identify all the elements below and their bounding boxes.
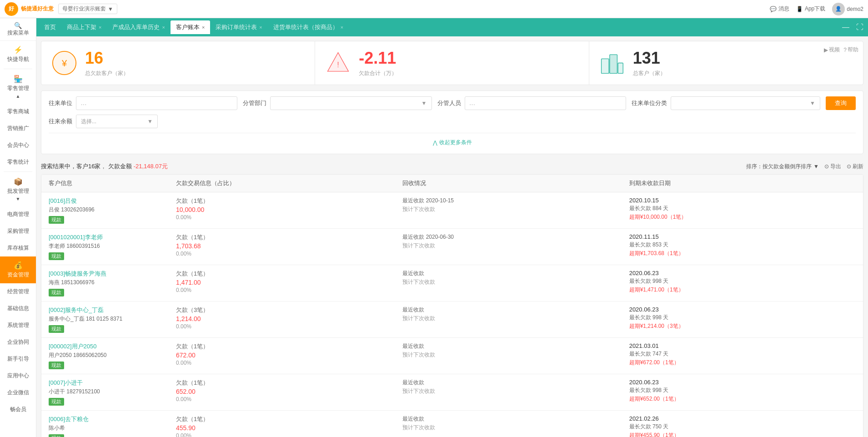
debt-ratio-3: 0.00% (176, 323, 402, 330)
tab-purchase-stats[interactable]: 采购订单统计表 × (210, 20, 267, 34)
message-icon: 💬 (770, 6, 777, 12)
overdue-info-2: 2020.06.23 最长欠款 998 天 超期¥1,471.00（1笔） (629, 270, 856, 294)
customer-name-4[interactable]: [000002]用户2050 (49, 342, 176, 351)
filter-item-dept: 分管部门 ▼ (243, 96, 431, 110)
debt-amount-2[interactable]: 1,471.00 (176, 279, 402, 286)
sidebar-item-ecommerce[interactable]: 电商管理 (0, 206, 36, 223)
dept-filter-select[interactable]: ▼ (270, 96, 431, 110)
debt-amount-3[interactable]: 1,214.00 (176, 315, 402, 322)
customer-contact-3: 服务中心_丁磊 181 0125 8371 (49, 315, 176, 323)
vendor-filter-input[interactable]: ... (76, 96, 237, 110)
person-filter-input[interactable]: ... (465, 96, 626, 110)
overdue-link-6[interactable]: 超期¥455.90（1笔） (629, 432, 856, 437)
logo-area: 好 畅捷通好生意 (5, 2, 54, 16)
page-content: ¥ 16 总欠款客户（家） ! (36, 36, 868, 437)
export-label: 导出 (830, 163, 841, 171)
message-action[interactable]: 💬 消息 (770, 5, 789, 13)
overdue-days-0: 最长欠款 884 天 (629, 205, 856, 212)
tab-home[interactable]: 首页 (39, 20, 61, 34)
app-download-label: App下载 (805, 5, 825, 13)
sidebar-item-retail-stats[interactable]: 零售统计 (0, 154, 36, 171)
customer-name-2[interactable]: [0003]畅捷服务尹海燕 (49, 270, 176, 278)
sidebar-item-membership[interactable]: 会员中心 (0, 137, 36, 154)
app-download-action[interactable]: 📱 App下载 (796, 5, 825, 13)
tab-customer-account-close[interactable]: × (202, 25, 205, 30)
content-area: 首页 商品上下架 × 产成品入库单历史 × 客户账本 × 采购订单统计表 × (36, 18, 868, 437)
overdue-days-4: 最长欠款 747 天 (629, 350, 856, 358)
sidebar-item-wholesale[interactable]: 📦 批发管理 ▼ (0, 173, 36, 206)
sidebar-item-wechat[interactable]: 企业微信 (0, 384, 36, 401)
app-logo: 好 (5, 2, 18, 16)
quick-nav-icon: ⚡ (14, 45, 23, 54)
refresh-icon: ⊙ (847, 163, 851, 170)
customer-name-6[interactable]: [0006]去下粮仓 (49, 415, 176, 423)
sidebar-item-app-center[interactable]: 应用中心 (0, 367, 36, 384)
debt-amount-0[interactable]: 10,000.00 (176, 206, 402, 213)
customer-info-4: [000002]用户2050 用户2050 18665062050 现款 (49, 342, 176, 369)
debt-amount-6[interactable]: 455.90 (176, 424, 402, 432)
recovery-info-0: 最近收款 2020-10-15 预计下次收款 (402, 197, 629, 213)
search-menu[interactable]: 🔍 搜索菜单 (0, 18, 36, 41)
overdue-link-0[interactable]: 超期¥10,000.00（1笔） (629, 213, 856, 221)
sidebar-item-collaboration[interactable]: 企业协同 (0, 334, 36, 351)
sidebar-item-base-info[interactable]: 基础信息 (0, 300, 36, 317)
tab-bar-actions: — ⛶ (840, 22, 866, 32)
sidebar-quick-nav[interactable]: ⚡ 快捷导航 (0, 41, 36, 68)
customer-name-0[interactable]: [0016]吕俊 (49, 197, 176, 205)
sort-selector[interactable]: 排序：按欠款金额倒序排序 ▼ (746, 163, 819, 171)
tab-stock-stats[interactable]: 进货单统计表（按商品） × (268, 20, 349, 34)
company-selector[interactable]: 母婴行业演示账套 ▼ (58, 4, 117, 14)
svg-text:¥: ¥ (61, 58, 67, 68)
customer-name-1[interactable]: [0001020001]李老师 (49, 233, 176, 241)
sidebar-item-purchase[interactable]: 采购管理 (0, 223, 36, 240)
sidebar-item-guide[interactable]: 新手引导 (0, 351, 36, 367)
sidebar-item-member[interactable]: 畅会员 (0, 401, 36, 418)
overdue-link-4[interactable]: 超期¥672.00（1笔） (629, 359, 856, 367)
video-action[interactable]: ▶ 视频 (824, 46, 840, 54)
collapse-button[interactable]: ⋀ 收起更多条件 (49, 137, 856, 148)
sidebar-item-operations[interactable]: 经营管理 (0, 283, 36, 300)
sidebar-item-retail-mgmt[interactable]: 🏪 零售管理 ▲ (0, 70, 36, 103)
tab-stock-stats-close[interactable]: × (341, 25, 343, 30)
overdue-link-5[interactable]: 超期¥652.00（1笔） (629, 395, 856, 403)
overdue-info-4: 2021.03.01 最长欠款 747 天 超期¥672.00（1笔） (629, 342, 856, 367)
customer-name-5[interactable]: [0007]小进干 (49, 379, 176, 387)
export-button[interactable]: ⊙ 导出 (824, 163, 841, 171)
category-filter-select[interactable]: ▼ (671, 96, 820, 110)
user-action[interactable]: 👤 demo2 (832, 3, 863, 15)
search-button[interactable]: 查询 (826, 96, 856, 110)
help-action[interactable]: ? 帮助 (843, 46, 858, 54)
sidebar-item-inventory[interactable]: 库存核算 (0, 240, 36, 256)
customer-name-3[interactable]: [0002]服务中心_丁磊 (49, 306, 176, 314)
refresh-button[interactable]: ⊙ 刷新 (847, 163, 863, 171)
customer-tag-4: 现款 (49, 362, 64, 369)
sidebar-item-system[interactable]: 系统管理 (0, 317, 36, 334)
overdue-link-1[interactable]: 超期¥1,703.68（1笔） (629, 250, 856, 257)
sidebar-item-retail-mall[interactable]: 零售商城 (0, 103, 36, 120)
overdue-link-3[interactable]: 超期¥1,214.00（3笔） (629, 322, 856, 330)
debt-amount-5[interactable]: 652.00 (176, 388, 402, 395)
debt-amount-4[interactable]: 672.00 (176, 352, 402, 359)
tab-customer-account[interactable]: 客户账本 × (171, 20, 210, 34)
filter-item-vendor: 往来单位 ... (49, 96, 237, 110)
overdue-link-2[interactable]: 超期¥1,471.00（1笔） (629, 286, 856, 294)
tab-production-history-close[interactable]: × (162, 25, 165, 30)
tab-maximize-btn[interactable]: ⛶ (854, 22, 866, 32)
recovery-date-2: 最近收款 (402, 270, 629, 277)
customer-info-6: [0006]去下粮仓 陈小希 现款 (49, 415, 176, 437)
tab-production-history[interactable]: 产成品入库单历史 × (107, 20, 170, 34)
sidebar-item-retail-mgmt-label: 零售管理 (7, 85, 29, 92)
th-overdue: 到期未收款日期 (629, 179, 856, 187)
sidebar-item-finance[interactable]: 💰 资金管理 (0, 256, 36, 283)
app-wrapper: 好 畅捷通好生意 母婴行业演示账套 ▼ 💬 消息 📱 App下载 👤 demo (0, 0, 868, 437)
main-layout: 🔍 搜索菜单 ⚡ 快捷导航 🏪 零售管理 ▲ 零售商城 营销推广 会员中心 (0, 18, 868, 437)
tab-purchase-stats-close[interactable]: × (259, 25, 262, 30)
tab-minimize-btn[interactable]: — (840, 22, 852, 32)
tab-product-listing-close[interactable]: × (99, 25, 101, 30)
recovery-info-2: 最近收款 预计下次收款 (402, 270, 629, 286)
recovery-date-1: 最近收款 2020-06-30 (402, 233, 629, 241)
balance-filter-select[interactable]: 选择... ▼ (76, 115, 158, 128)
tab-product-listing[interactable]: 商品上下架 × (61, 20, 107, 34)
debt-amount-1[interactable]: 1,703.68 (176, 242, 402, 250)
sidebar-item-marketing[interactable]: 营销推广 (0, 120, 36, 137)
